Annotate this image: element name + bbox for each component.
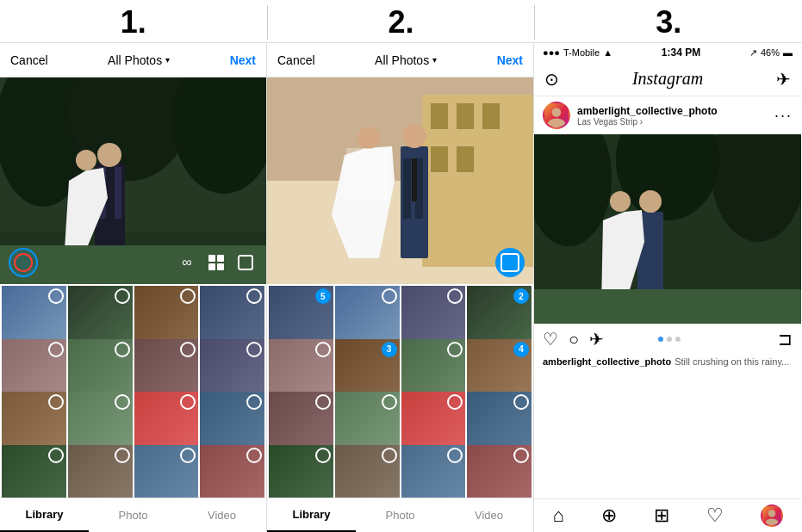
- panel-1-cancel-button[interactable]: Cancel: [10, 53, 48, 67]
- thumb-check-circle: [180, 394, 196, 410]
- step-2-label: 2.: [268, 4, 535, 40]
- thumb-check-circle: [315, 448, 331, 463]
- add-nav-icon[interactable]: ⊞: [654, 504, 669, 527]
- ig-avatar: [543, 102, 570, 129]
- chevron-down-icon: ▾: [165, 55, 170, 65]
- panel-2-cancel-button[interactable]: Cancel: [277, 53, 315, 67]
- panel-2-main-photo[interactable]: [267, 77, 533, 284]
- wifi-icon: ▲: [603, 47, 612, 58]
- thumb-cell[interactable]: [2, 445, 66, 498]
- svg-rect-43: [534, 289, 801, 324]
- svg-rect-22: [482, 103, 500, 129]
- battery-percent: 46%: [761, 47, 780, 58]
- ig-post-header: amberlight_collective_photo Las Vegas St…: [534, 96, 801, 134]
- controls-right: ∞: [175, 251, 258, 275]
- thumb-check-circle: [513, 394, 529, 410]
- infinity-icon[interactable]: ∞: [175, 251, 199, 275]
- ig-time: 1:34 PM: [662, 46, 700, 59]
- thumb-check-circle: [447, 394, 463, 410]
- svg-rect-24: [457, 146, 474, 172]
- svg-point-33: [552, 108, 562, 117]
- svg-rect-15: [217, 263, 224, 270]
- panel-1-next-button[interactable]: Next: [230, 53, 256, 67]
- heart-icon[interactable]: ♡: [543, 329, 558, 350]
- crop-icon[interactable]: [233, 251, 258, 275]
- share-icon[interactable]: ✈: [589, 329, 604, 350]
- spacer: [276, 248, 305, 277]
- svg-rect-14: [208, 263, 215, 270]
- ig-caption-text: Still crushing on this rainy...: [675, 356, 789, 367]
- select-circle-button[interactable]: [9, 248, 38, 277]
- thumb-badge: 4: [513, 342, 529, 357]
- thumb-badge: 5: [315, 288, 331, 304]
- home-nav-icon[interactable]: ⌂: [552, 504, 563, 527]
- svg-rect-32: [346, 148, 389, 200]
- thumb-check-circle: [315, 342, 331, 357]
- thumb-badge: 2: [513, 288, 529, 304]
- ig-statusbar-right: ↗ 46% ▬: [749, 47, 793, 59]
- thumb-check-circle: [382, 448, 397, 463]
- search-nav-icon[interactable]: ⊕: [601, 504, 617, 527]
- svg-rect-27: [403, 158, 411, 219]
- camera-icon[interactable]: ⊙: [544, 69, 559, 90]
- svg-rect-16: [239, 256, 252, 269]
- thumb-check-circle: [48, 288, 64, 304]
- thumb-check-circle: [246, 288, 262, 304]
- thumb-cell[interactable]: [467, 445, 532, 498]
- ig-location[interactable]: Las Vegas Strip ›: [577, 117, 768, 127]
- svg-rect-29: [412, 158, 417, 201]
- profile-nav-icon[interactable]: [761, 504, 783, 527]
- panel-1-all-photos-label: All Photos: [108, 53, 162, 67]
- ig-statusbar: ●●● T-Mobile ▲ 1:34 PM ↗ 46% ▬: [534, 43, 801, 62]
- thumb-cell[interactable]: [401, 445, 466, 498]
- thumb-check-circle: [513, 448, 529, 463]
- thumb-check-circle: [115, 448, 130, 463]
- svg-rect-12: [208, 255, 215, 262]
- thumb-check-circle: [180, 288, 196, 304]
- thumb-check-circle: [246, 342, 262, 357]
- ig-bottombar: ⌂ ⊕ ⊞ ♡: [534, 498, 801, 532]
- ig-username[interactable]: amberlight_collective_photo: [577, 105, 768, 117]
- ig-actions: ♡ ○ ✈ ⊐: [534, 324, 801, 355]
- tab-video[interactable]: Video: [177, 498, 266, 532]
- svg-point-44: [768, 510, 774, 517]
- thumb-check-circle: [48, 394, 64, 410]
- thumb-cell[interactable]: [335, 445, 400, 498]
- svg-rect-13: [217, 255, 224, 262]
- thumb-cell[interactable]: [134, 445, 199, 498]
- ig-statusbar-left: ●●● T-Mobile ▲: [543, 47, 612, 58]
- tab-video-2[interactable]: Video: [445, 498, 533, 532]
- activity-nav-icon[interactable]: ♡: [706, 504, 724, 527]
- bookmark-icon[interactable]: ⊐: [778, 329, 793, 350]
- thumb-check-circle: [48, 448, 64, 463]
- thumb-cell[interactable]: [200, 445, 264, 498]
- select-circle-blue-button[interactable]: [495, 248, 525, 277]
- thumb-check-circle: [180, 342, 196, 357]
- tab-photo[interactable]: Photo: [89, 498, 177, 532]
- svg-point-26: [402, 124, 426, 148]
- tab-library[interactable]: Library: [0, 498, 89, 532]
- panel-2-overlay-controls: [267, 248, 533, 277]
- svg-rect-21: [457, 103, 474, 129]
- svg-point-10: [76, 150, 96, 170]
- panel-3-instagram: ●●● T-Mobile ▲ 1:34 PM ↗ 46% ▬ ⊙ Instagr…: [534, 43, 801, 532]
- thumb-cell[interactable]: [68, 445, 133, 498]
- panel-2-all-photos-label: All Photos: [375, 53, 429, 67]
- panel-1-main-photo[interactable]: ∞: [0, 77, 266, 284]
- send-icon[interactable]: ✈: [776, 69, 791, 90]
- tab-library-2[interactable]: Library: [267, 498, 356, 532]
- tab-photo-2[interactable]: Photo: [356, 498, 445, 532]
- ig-dot-2: [667, 337, 672, 342]
- svg-point-45: [765, 518, 778, 527]
- svg-point-40: [639, 190, 662, 213]
- location-arrow-icon: ↗: [749, 47, 757, 59]
- thumb-cell[interactable]: [269, 445, 333, 498]
- panel-2-next-button[interactable]: Next: [497, 53, 523, 67]
- ig-user-info: amberlight_collective_photo Las Vegas St…: [577, 105, 768, 127]
- ig-more-button[interactable]: ···: [774, 107, 793, 125]
- thumb-badge: 3: [382, 342, 397, 357]
- grid-icon[interactable]: [204, 251, 228, 275]
- ig-dot-3: [675, 337, 681, 342]
- chevron-down-icon-2: ▾: [432, 55, 437, 65]
- comment-icon[interactable]: ○: [569, 330, 579, 350]
